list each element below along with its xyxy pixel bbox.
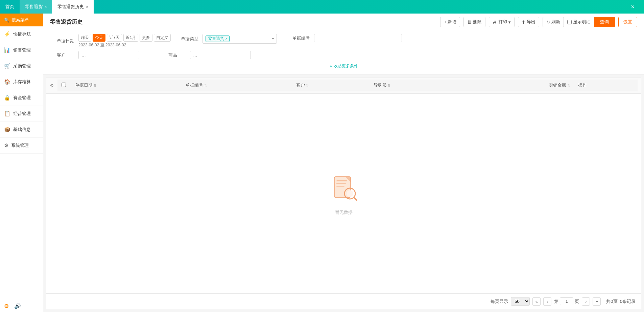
close-retail-return-tab[interactable]: × <box>45 5 47 9</box>
print-icon: 🖨 <box>493 20 497 25</box>
date-filter-label: 单据日期 <box>57 38 76 44</box>
doc-no-label: 单据编号 <box>292 35 311 41</box>
window-close-button[interactable]: × <box>627 3 639 10</box>
svg-line-7 <box>354 197 357 200</box>
main-layout: 🔍 搜索菜单 ⚡ 快捷导航 📊 销售管理 🛒 采购管理 🏠 库存核算 🔒 资金管… <box>0 14 644 312</box>
display-detail-toggle[interactable]: 显示明细 <box>567 19 591 25</box>
inventory-icon: 🏠 <box>4 79 10 85</box>
per-page-label: 每页显示 <box>491 298 508 305</box>
th-actual-amount[interactable]: 实销金额 <box>463 80 574 91</box>
header-actions: + 新增 🗑 删除 🖨 打印 ▾ ⬆ 导出 ↻ 刷新 <box>440 17 637 27</box>
settings-gear-icon[interactable]: ⚙ <box>4 303 9 309</box>
delete-button[interactable]: 🗑 删除 <box>463 17 485 27</box>
prev-page-btn[interactable]: ‹ <box>543 297 551 306</box>
next-page-btn[interactable]: › <box>582 297 590 306</box>
customer-input[interactable]: … <box>78 51 139 59</box>
data-table: 单据日期 单据编号 客户 导购员 实销金额 操作 <box>57 80 638 91</box>
sidebar-bottom: ⚙ 🔊 <box>0 300 43 312</box>
date-btn-yesterday[interactable]: 昨天 <box>78 34 91 42</box>
th-checkbox <box>57 80 71 91</box>
tab-home[interactable]: 首页 <box>0 0 20 14</box>
doc-type-dropdown-icon: ▾ <box>272 37 274 41</box>
page-number-input[interactable] <box>560 297 573 305</box>
tab-retail-return-history[interactable]: 零售退货历史 × <box>52 0 93 14</box>
display-detail-checkbox[interactable] <box>567 20 572 24</box>
date-range-display: 2023-06-02 至 2023-06-02 <box>78 42 171 48</box>
sales-icon: 📊 <box>4 47 10 53</box>
th-operation: 操作 <box>574 80 638 91</box>
customer-label: 客户 <box>57 52 76 58</box>
sidebar-search[interactable]: 🔍 搜索菜单 <box>0 14 43 26</box>
sidebar-item-quick-nav[interactable]: ⚡ 快捷导航 <box>0 26 43 42</box>
empty-text: 暂无数据 <box>335 209 353 216</box>
page-info: 第 页 <box>554 297 579 305</box>
empty-icon <box>327 172 361 205</box>
svg-rect-2 <box>336 183 346 184</box>
date-btn-more[interactable]: 更多 <box>140 34 152 42</box>
sidebar-item-operations[interactable]: 📋 经营管理 <box>0 106 43 122</box>
filter-row-1: 单据日期 昨天 今天 近7天 近1月 更多 自定义 2023-06-02 至 2… <box>57 34 630 48</box>
select-all-checkbox[interactable] <box>62 83 66 87</box>
purchase-icon: 🛒 <box>4 63 10 69</box>
export-icon: ⬆ <box>522 20 525 25</box>
date-btn-custom[interactable]: 自定义 <box>154 34 171 42</box>
sidebar-item-inventory[interactable]: 🏠 库存核算 <box>0 74 43 90</box>
refresh-button[interactable]: ↻ 刷新 <box>543 17 564 27</box>
set-button[interactable]: 设置 <box>618 17 637 27</box>
finance-icon: 🔒 <box>4 95 10 101</box>
sidebar-item-base-info[interactable]: 📦 基础信息 <box>0 122 43 138</box>
close-retail-return-history-tab[interactable]: × <box>86 5 88 9</box>
pagination: 每页显示 20 50 100 « ‹ 第 页 › » 共0页, 0条记录 <box>46 293 641 309</box>
sys-icon: ⚙ <box>4 142 8 149</box>
sidebar-item-finance[interactable]: 🔒 资金管理 <box>0 90 43 106</box>
sidebar-item-sales-mgmt[interactable]: 📊 销售管理 <box>0 42 43 58</box>
top-bar-right: × <box>627 3 644 10</box>
filter-collapse-btn[interactable]: ∧ 收起更多条件 <box>57 62 630 70</box>
page-title: 零售退货历史 <box>50 19 82 26</box>
first-page-btn[interactable]: « <box>532 297 541 306</box>
page-header: 零售退货历史 + 新增 🗑 删除 🖨 打印 ▾ ⬆ 导出 ↻ <box>43 14 644 74</box>
goods-filter: 商品 … <box>168 51 270 59</box>
date-btn-1month[interactable]: 近1月 <box>123 34 139 42</box>
doc-no-input[interactable] <box>314 34 402 42</box>
last-page-btn[interactable]: » <box>593 297 601 306</box>
th-customer[interactable]: 客户 <box>292 80 369 91</box>
refresh-icon: ↻ <box>546 20 550 25</box>
per-page-select[interactable]: 20 50 100 <box>511 297 530 306</box>
sidebar-item-purchase-mgmt[interactable]: 🛒 采购管理 <box>0 58 43 74</box>
doc-type-tag: 零售退货 × <box>206 36 230 42</box>
table-header-row: 单据日期 单据编号 客户 导购员 实销金额 操作 <box>57 80 638 91</box>
new-button[interactable]: + 新增 <box>440 17 460 27</box>
doc-type-filter: 单据类型 零售退货 × ▾ <box>181 34 282 44</box>
tab-list: 首页 零售退货 × 零售退货历史 × <box>0 0 627 14</box>
top-bar: 首页 零售退货 × 零售退货历史 × × <box>0 0 644 14</box>
print-button[interactable]: 🖨 打印 ▾ <box>489 17 515 27</box>
th-doc-no[interactable]: 单据编号 <box>182 80 292 91</box>
page-header-top: 零售退货历史 + 新增 🗑 删除 🖨 打印 ▾ ⬆ 导出 ↻ <box>50 17 637 30</box>
doc-type-label: 单据类型 <box>181 36 200 42</box>
volume-icon[interactable]: 🔊 <box>14 303 21 309</box>
table-settings-icon[interactable]: ⚙ <box>50 83 54 88</box>
goods-input[interactable]: … <box>190 51 251 59</box>
doc-type-tag-close[interactable]: × <box>225 37 227 41</box>
search-icon: 🔍 <box>4 18 9 23</box>
svg-point-6 <box>347 190 353 197</box>
date-btn-7days[interactable]: 近7天 <box>107 34 122 42</box>
table-header-bar: ⚙ 单据日期 单据编号 客户 导购员 实销金额 操作 <box>46 77 641 94</box>
export-button[interactable]: ⬆ 导出 <box>518 17 539 27</box>
date-btn-today[interactable]: 今天 <box>93 34 105 42</box>
query-button[interactable]: 查询 <box>594 17 615 27</box>
doc-no-filter: 单据编号 <box>292 34 402 42</box>
th-doc-date[interactable]: 单据日期 <box>71 80 182 91</box>
base-info-icon: 📦 <box>4 127 10 133</box>
goods-label: 商品 <box>168 52 187 58</box>
doc-type-input[interactable]: 零售退货 × ▾ <box>202 34 277 44</box>
th-guide[interactable]: 导购员 <box>369 80 463 91</box>
quick-nav-icon: ⚡ <box>4 31 10 37</box>
tab-retail-return[interactable]: 零售退货 × <box>20 0 52 14</box>
empty-state: 暂无数据 <box>46 94 641 293</box>
date-filter: 单据日期 昨天 今天 近7天 近1月 更多 自定义 2023-06-02 至 2… <box>57 34 171 48</box>
sidebar-item-sys-mgmt[interactable]: ⚙ 系统管理 <box>0 138 43 154</box>
sidebar: 🔍 搜索菜单 ⚡ 快捷导航 📊 销售管理 🛒 采购管理 🏠 库存核算 🔒 资金管… <box>0 14 43 312</box>
filter-area: 单据日期 昨天 今天 近7天 近1月 更多 自定义 2023-06-02 至 2… <box>50 30 637 74</box>
